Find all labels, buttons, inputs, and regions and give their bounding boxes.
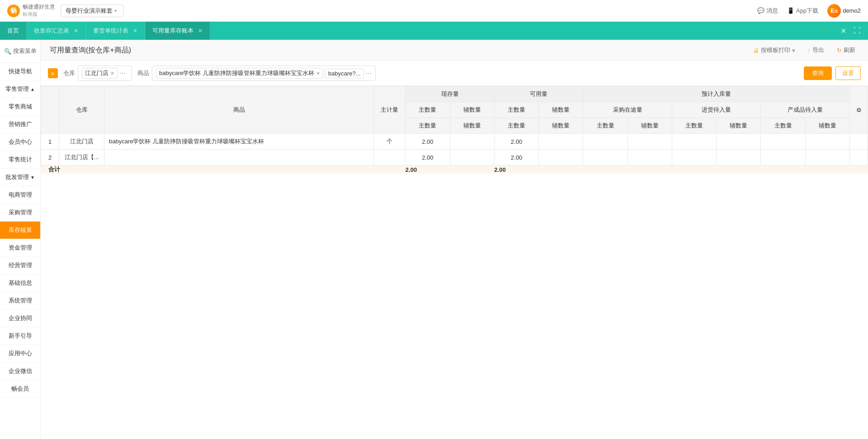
col-cs-aux-qty: 辅数量 xyxy=(450,118,494,134)
total-purchase-aux xyxy=(627,165,672,174)
table-cell-0-0: 1 xyxy=(41,134,59,150)
message-button[interactable]: 💬 消息 xyxy=(757,7,778,15)
table-cell-1-10 xyxy=(672,150,716,165)
table-cell-1-12 xyxy=(761,150,805,165)
sidebar-item-inventory-check[interactable]: 库存核算 xyxy=(0,222,40,239)
table-cell-0-3: 个 xyxy=(374,134,406,150)
product-filter-input[interactable]: babycare学饮杯 儿童防摔防撞吸管杯重力球吸嘴杯宝宝水杯 ✕ babyca… xyxy=(152,66,376,81)
col-main-unit: 主计量 xyxy=(374,86,406,134)
close-all-tabs-button[interactable]: ✕ xyxy=(839,25,848,37)
total-row: 合计 2.00 2.00 xyxy=(41,165,868,174)
user-area[interactable]: Ea demo2 xyxy=(827,4,861,18)
sidebar-item-member-center[interactable]: 会员中心 xyxy=(0,133,40,151)
table-cell-1-3 xyxy=(374,150,406,165)
sidebar-item-marketing[interactable]: 营销推广 xyxy=(0,116,40,133)
sidebar-item-new-guide[interactable]: 新手引导 xyxy=(0,327,40,345)
total-current-aux xyxy=(450,165,494,174)
setting-button[interactable]: 设置 xyxy=(835,66,861,80)
tab-order-stats[interactable]: 要货单统计表 ✕ xyxy=(86,22,145,40)
col-current-aux: 辅数量 xyxy=(450,102,494,118)
tab-receipts[interactable]: 收发存汇总表 ✕ xyxy=(27,22,86,40)
product-more-btn[interactable]: ··· xyxy=(366,69,372,77)
export-button[interactable]: ↑ 导出 xyxy=(804,44,828,56)
table-cell-0-8 xyxy=(583,134,627,150)
col-av-aux-qty: 辅数量 xyxy=(539,118,583,134)
table-cell-0-10 xyxy=(672,134,716,150)
message-icon: 💬 xyxy=(757,7,764,14)
top-bar-left: 畅 畅捷通好生意 标准版 母婴行业演示账套 ▾ xyxy=(7,4,124,18)
sidebar-item-quick-nav[interactable]: 快捷导航 xyxy=(0,63,40,80)
org-selector[interactable]: 母婴行业演示账套 ▾ xyxy=(61,5,124,17)
col-pp-main-qty: 主数量 xyxy=(761,118,805,134)
sidebar-item-retail-stats[interactable]: 零售统计 xyxy=(0,151,40,169)
page-header: 可用量查询(按仓库+商品) 🖨 按模板打印 ▾ ↑ 导出 ↻ 刷新 xyxy=(41,40,868,61)
col-current-main: 主数量 xyxy=(406,102,450,118)
table-cell-1-2 xyxy=(104,150,374,165)
sidebar-item-retail-mall[interactable]: 零售商城 xyxy=(0,98,40,116)
col-gear[interactable]: ⚙ xyxy=(850,86,868,134)
close-order-stats-tab[interactable]: ✕ xyxy=(133,28,137,34)
filter-bar: » 仓库 江北门店 ✕ ··· 商品 babycare学饮杯 儿童防摔防撞吸管杯… xyxy=(41,61,868,86)
tab-available-stock[interactable]: 可用量库存账本 ✕ xyxy=(145,22,210,40)
main-layout: 🔍 搜索菜单 快捷导航 零售管理 ▲ 零售商城 营销推广 会员中心 零售统计 批… xyxy=(0,40,868,439)
sidebar-item-wholesale-mgmt[interactable]: 批发管理 ▼ xyxy=(0,169,40,186)
warehouse-filter-input[interactable]: 江北门店 ✕ ··· xyxy=(78,66,132,81)
close-available-stock-tab[interactable]: ✕ xyxy=(198,28,203,34)
top-bar-right: 💬 消息 📱 App下载 Ea demo2 xyxy=(757,4,861,18)
refresh-icon: ↻ xyxy=(837,47,842,54)
sidebar-item-ops-mgmt[interactable]: 经营管理 xyxy=(0,257,40,274)
page-actions: 🖨 按模板打印 ▾ ↑ 导出 ↻ 刷新 xyxy=(750,44,859,56)
chevron-icon: ▲ xyxy=(30,87,35,92)
expand-window-button[interactable]: ⛶ xyxy=(852,25,863,37)
sidebar: 🔍 搜索菜单 快捷导航 零售管理 ▲ 零售商城 营销推广 会员中心 零售统计 批… xyxy=(0,40,41,439)
product-tag-1-remove[interactable]: ✕ xyxy=(316,71,320,76)
sidebar-search-area: 🔍 搜索菜单 xyxy=(0,40,40,63)
total-label: 合计 xyxy=(41,165,406,174)
total-current-main: 2.00 xyxy=(406,165,450,174)
warehouse-more-btn[interactable]: ··· xyxy=(119,69,125,77)
sidebar-item-vip-member[interactable]: 畅会员 xyxy=(0,380,40,398)
total-available-main: 2.00 xyxy=(494,165,538,174)
query-button[interactable]: 查询 xyxy=(804,66,832,80)
sidebar-item-purchase-mgmt[interactable]: 采购管理 xyxy=(0,204,40,222)
table-cell-1-7 xyxy=(539,150,583,165)
col-available-main: 主数量 xyxy=(494,102,538,118)
total-available-aux xyxy=(539,165,583,174)
print-template-button[interactable]: 🖨 按模板打印 ▾ xyxy=(750,44,799,56)
logo-icon: 畅 xyxy=(7,5,20,17)
close-receipts-tab[interactable]: ✕ xyxy=(74,28,78,34)
sidebar-item-retail-mgmt[interactable]: 零售管理 ▲ xyxy=(0,80,40,98)
sidebar-item-basic-info[interactable]: 基础信息 xyxy=(0,274,40,292)
table-cell-1-0: 2 xyxy=(41,150,59,165)
app-download-button[interactable]: 📱 App下载 xyxy=(787,7,818,15)
sidebar-item-finance-mgmt[interactable]: 资金管理 xyxy=(0,239,40,257)
nav-tabs: 首页 收发存汇总表 ✕ 要货单统计表 ✕ 可用量库存账本 ✕ ✕ ⛶ xyxy=(0,22,868,40)
table-cell-0-2: babycare学饮杯 儿童防摔防撞吸管杯重力球吸嘴杯宝宝水杯 xyxy=(104,134,374,150)
table-cell-1-1: 江北门店【... xyxy=(59,150,104,165)
sidebar-item-app-center[interactable]: 应用中心 xyxy=(0,345,40,363)
table-cell-0-4: 2.00 xyxy=(406,134,450,150)
warehouse-tag-remove[interactable]: ✕ xyxy=(110,71,114,76)
sidebar-item-system-mgmt[interactable]: 系统管理 xyxy=(0,292,40,310)
refresh-button[interactable]: ↻ 刷新 xyxy=(833,44,859,56)
table-container: 仓库 商品 主计量 现存量 可用量 预计入库量 ⚙ 主数量 辅数量 主数量 辅数… xyxy=(41,86,868,439)
product-tag-1: babycare学饮杯 儿童防摔防撞吸管杯重力球吸嘴杯宝宝水杯 ✕ xyxy=(156,68,323,79)
table-cell-1-6: 2.00 xyxy=(494,150,538,165)
sidebar-item-enterprise-collab[interactable]: 企业协同 xyxy=(0,310,40,327)
col-purchase-transit: 采购在途量 xyxy=(583,102,672,118)
col-av-main-qty: 主数量 xyxy=(494,118,538,134)
filter-expand-button[interactable]: » xyxy=(48,68,58,78)
sidebar-item-enterprise-wechat[interactable]: 企业微信 xyxy=(0,363,40,380)
product-tag-2: babycare?... xyxy=(325,69,364,78)
col-product-pending: 产成品待入量 xyxy=(761,102,850,118)
table-cell-0-11 xyxy=(717,134,761,150)
sidebar-item-ecommerce-mgmt[interactable]: 电商管理 xyxy=(0,186,40,204)
warehouse-filter-group: 仓库 江北门店 ✕ ··· xyxy=(63,66,132,81)
table-cell-1-13 xyxy=(805,150,849,165)
tab-home[interactable]: 首页 xyxy=(0,22,27,40)
total-incoming-main xyxy=(672,165,716,174)
col-cs-main-qty: 主数量 xyxy=(406,118,450,134)
search-menu-button[interactable]: 🔍 搜索菜单 xyxy=(4,44,37,58)
content-area: 可用量查询(按仓库+商品) 🖨 按模板打印 ▾ ↑ 导出 ↻ 刷新 » xyxy=(41,40,868,439)
col-product: 商品 xyxy=(104,86,374,134)
